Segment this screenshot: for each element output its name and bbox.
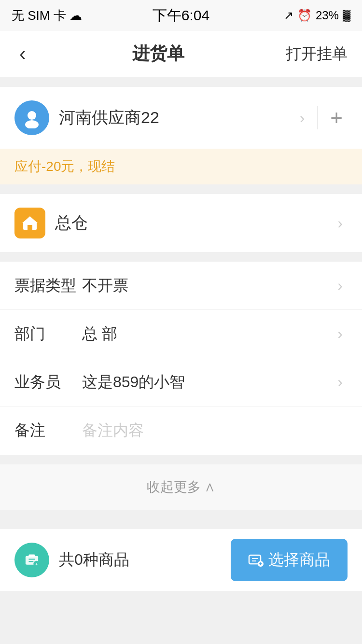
warehouse-chevron-icon: › (337, 214, 343, 232)
product-bar: + 共0种商品 选择商品 (0, 529, 362, 591)
sim-label: 无 SIM 卡 ☁ (12, 7, 82, 24)
invoice-type-chevron-icon: › (337, 277, 343, 294)
product-icon: + (14, 543, 49, 577)
product-count-label: 共0种商品 (59, 549, 231, 571)
collapse-row[interactable]: 收起更多 ∧ (0, 464, 362, 510)
back-button[interactable]: ‹ (14, 38, 30, 70)
department-label: 部门 (14, 323, 77, 345)
remark-value[interactable]: 备注内容 (77, 420, 348, 441)
salesperson-value: 这是859的小智 (77, 372, 337, 393)
battery-label: 23% (316, 9, 339, 22)
supplier-section: 河南供应商22 › + 应付-20元，现结 (0, 87, 362, 184)
add-supplier-button[interactable]: + (325, 102, 348, 133)
svg-rect-6 (28, 555, 35, 557)
warehouse-icon (14, 208, 45, 238)
open-pending-button[interactable]: 打开挂单 (286, 43, 348, 65)
status-bar: 无 SIM 卡 ☁ 下午6:04 ↗ ⏰ 23% ▓ (0, 0, 362, 31)
remark-row[interactable]: 备注 备注内容 (0, 406, 362, 455)
salesperson-row[interactable]: 业务员 这是859的小智 › (0, 358, 362, 406)
nav-bar: ‹ 进货单 打开挂单 (0, 31, 362, 77)
department-value: 总 部 (77, 323, 337, 345)
svg-point-0 (28, 111, 36, 120)
department-row[interactable]: 部门 总 部 › (0, 310, 362, 358)
collapse-label: 收起更多 ∧ (147, 478, 216, 496)
section-gap-4 (0, 455, 362, 464)
supplier-name: 河南供应商22 (59, 107, 300, 129)
section-gap-3 (0, 252, 362, 262)
select-product-label: 选择商品 (268, 549, 330, 571)
warehouse-row[interactable]: 总仓 › (0, 194, 362, 252)
section-gap-1 (0, 77, 362, 87)
remark-label: 备注 (14, 420, 77, 441)
salesperson-chevron-icon: › (337, 373, 343, 391)
status-time: 下午6:04 (153, 6, 209, 26)
notice-text: 应付-20元，现结 (14, 159, 115, 174)
notice-bar: 应付-20元，现结 (0, 149, 362, 184)
main-content: 河南供应商22 › + 应付-20元，现结 总仓 › (0, 77, 362, 644)
invoice-type-label: 票据类型 (14, 275, 77, 296)
svg-text:+: + (35, 561, 38, 567)
alarm-icon: ⏰ (297, 9, 312, 22)
department-chevron-icon: › (337, 325, 343, 343)
select-product-button[interactable]: 选择商品 (231, 539, 348, 581)
status-right: ↗ ⏰ 23% ▓ (284, 9, 350, 22)
supplier-row[interactable]: 河南供应商22 › + (0, 87, 362, 149)
battery-icon: ▓ (343, 9, 350, 22)
invoice-type-row[interactable]: 票据类型 不开票 › (0, 262, 362, 310)
location-icon: ↗ (284, 9, 293, 22)
supplier-chevron-icon: › (300, 109, 305, 127)
svg-marker-3 (22, 216, 38, 223)
warehouse-name: 总仓 (55, 212, 337, 234)
supplier-avatar (14, 100, 49, 135)
section-gap-5 (0, 510, 362, 519)
vertical-divider (317, 106, 318, 129)
svg-rect-4 (28, 225, 32, 230)
warehouse-section: 总仓 › (0, 194, 362, 252)
form-section: 票据类型 不开票 › 部门 总 部 › 业务员 这是859的小智 › 备注 备注… (0, 262, 362, 455)
status-left: 无 SIM 卡 ☁ (12, 7, 82, 24)
svg-point-1 (25, 120, 39, 128)
invoice-type-value: 不开票 (77, 275, 337, 296)
section-gap-2 (0, 184, 362, 194)
salesperson-label: 业务员 (14, 372, 77, 393)
page-title: 进货单 (132, 42, 184, 66)
